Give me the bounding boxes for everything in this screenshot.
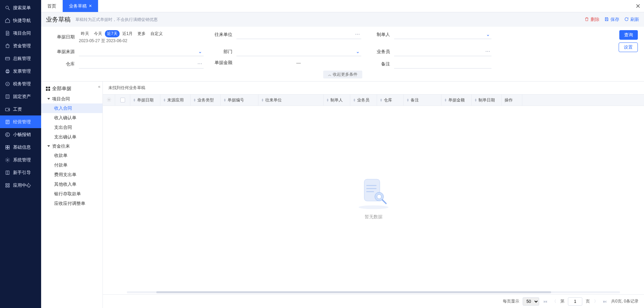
- table-area: 未找到任何业务草稿 ▲▼单据日期▲▼来源应用▲▼业务类型▲▼单据编号▲▼往来单位…: [103, 82, 644, 308]
- sidebar-item-sys-mgmt[interactable]: 系统管理: [0, 153, 41, 166]
- tree-group-1[interactable]: 资金往来: [41, 142, 102, 151]
- source-input[interactable]: [79, 47, 204, 56]
- filter-dept: 部门 ⌄: [204, 47, 361, 56]
- sidebar-item-gl-mgmt[interactable]: 总账管理: [0, 52, 41, 65]
- sidebar-item-label: 发票管理: [13, 68, 31, 74]
- refresh-button[interactable]: 刷新: [624, 16, 639, 23]
- chevron-down-icon[interactable]: ⌄: [356, 49, 360, 54]
- tree-leaf[interactable]: 银行存取款单: [41, 189, 102, 199]
- header-gear[interactable]: [103, 95, 115, 106]
- column-header[interactable]: ▲▼业务类型: [191, 95, 221, 106]
- query-button[interactable]: 查询: [619, 30, 638, 40]
- first-page-icon[interactable]: ⏮: [543, 299, 548, 304]
- column-header[interactable]: ▲▼往来单位: [258, 95, 324, 106]
- tree-leaf[interactable]: 付款单: [41, 160, 102, 170]
- sidebar-item-invoice-mgmt[interactable]: 发票管理: [0, 65, 41, 77]
- column-header[interactable]: ▲▼制单日期: [472, 95, 502, 106]
- svg-line-1: [8, 9, 10, 10]
- tree-group-0[interactable]: 项目合同: [41, 95, 102, 103]
- column-header[interactable]: ▲▼单据金额: [441, 95, 472, 106]
- prev-page-icon[interactable]: 〈: [551, 298, 557, 304]
- delete-button[interactable]: 删除: [584, 16, 599, 23]
- horizontal-scrollbar[interactable]: [103, 290, 644, 294]
- sidebar-item-guide[interactable]: 新手引导: [0, 166, 41, 179]
- last-page-icon[interactable]: ⏭: [602, 299, 608, 304]
- maker-input[interactable]: [394, 30, 491, 39]
- chevron-down-icon[interactable]: ⌄: [198, 49, 202, 54]
- quick-date-0[interactable]: 昨天: [79, 30, 91, 37]
- tree-leaf[interactable]: 收入合同: [41, 103, 102, 113]
- more-icon[interactable]: ⋯: [485, 49, 490, 54]
- column-header[interactable]: ▲▼业务员: [350, 95, 377, 106]
- filter-amount: 单据金额 —: [204, 60, 361, 66]
- refresh-label: 刷新: [630, 16, 639, 23]
- sidebar-item-basic-info[interactable]: 基础信息: [0, 141, 41, 153]
- filter-party: 往来单位 ⋯: [204, 30, 361, 39]
- refresh-icon: [624, 17, 629, 23]
- quick-date-4[interactable]: 更多: [135, 30, 148, 37]
- page-suffix: 页: [586, 298, 590, 304]
- quick-date-3[interactable]: 近1月: [120, 30, 135, 37]
- sheet-icon: [5, 119, 10, 125]
- column-header[interactable]: ▲▼制单人: [324, 95, 350, 106]
- quick-date-5[interactable]: 自定义: [148, 30, 165, 37]
- dept-input[interactable]: [236, 47, 361, 56]
- quick-date-2[interactable]: 近7天: [105, 30, 120, 37]
- save-button[interactable]: 保存: [604, 16, 619, 23]
- doc-icon: [5, 30, 10, 36]
- collapse-panel-icon[interactable]: «: [98, 84, 100, 89]
- remark-input[interactable]: [394, 60, 491, 69]
- tab-draft[interactable]: 业务草稿✕: [63, 0, 98, 12]
- sidebar-item-label: 资金管理: [13, 43, 31, 49]
- tree-group-label: 项目合同: [52, 96, 70, 102]
- sidebar-item-salary[interactable]: 工资: [0, 103, 41, 115]
- tree-leaf[interactable]: 收入确认单: [41, 113, 102, 123]
- tree-leaf[interactable]: 其他收入单: [41, 180, 102, 189]
- empty-state: 暂无数据: [103, 106, 644, 290]
- tree-leaf[interactable]: 费用支出单: [41, 170, 102, 180]
- page-input[interactable]: [568, 297, 582, 306]
- column-header[interactable]: ▲▼备注: [404, 95, 441, 106]
- tab-home[interactable]: 首页: [41, 0, 63, 12]
- sidebar-item-quick-nav[interactable]: 快捷导航: [0, 14, 41, 27]
- per-page-select[interactable]: 50: [523, 297, 539, 306]
- chevron-down-icon[interactable]: ⌄: [486, 32, 490, 37]
- column-label: 单据日期: [137, 97, 154, 103]
- column-header[interactable]: 操作: [502, 95, 522, 106]
- setting-button[interactable]: 设置: [619, 42, 638, 52]
- sidebar-item-project-contract[interactable]: 项目合同: [0, 27, 41, 39]
- warehouse-input[interactable]: [79, 60, 204, 69]
- sidebar-item-fixed-asset[interactable]: 固定资产: [0, 90, 41, 103]
- close-all-icon[interactable]: ✕: [632, 0, 644, 12]
- quick-date-1[interactable]: 今天: [92, 30, 104, 37]
- column-header[interactable]: ▲▼单据编号: [221, 95, 258, 106]
- tree-leaf[interactable]: 收款单: [41, 151, 102, 160]
- party-input[interactable]: [236, 30, 361, 39]
- filter-maker: 制单人 ⌄: [361, 30, 491, 39]
- close-icon[interactable]: ✕: [89, 4, 92, 8]
- sidebar-item-tax-mgmt[interactable]: 税务管理: [0, 77, 41, 90]
- more-icon[interactable]: ⋯: [355, 32, 360, 37]
- sidebar-item-search-menu[interactable]: 搜索菜单: [0, 1, 41, 14]
- column-header[interactable]: ▲▼单据日期: [130, 95, 160, 106]
- column-header[interactable]: ▲▼仓库: [377, 95, 404, 106]
- tree-leaf[interactable]: 支出合同: [41, 123, 102, 132]
- column-label: 制单日期: [478, 97, 495, 103]
- sales-input[interactable]: [394, 47, 491, 56]
- tree-leaf[interactable]: 应收应付调整单: [41, 199, 102, 208]
- collapse-filters-button[interactable]: ︽ 收起更多条件: [323, 71, 362, 78]
- tree-leaf[interactable]: 支出确认单: [41, 132, 102, 142]
- checkbox-icon: [120, 98, 125, 102]
- sidebar-item-app-center[interactable]: 应用中心: [0, 179, 41, 192]
- svg-point-22: [108, 99, 110, 100]
- sidebar-item-operation-mgmt[interactable]: 经营管理: [0, 115, 41, 128]
- sidebar-item-label: 小畅报销: [13, 132, 31, 138]
- sidebar-item-label: 应用中心: [13, 182, 31, 188]
- column-header[interactable]: ▲▼来源应用: [160, 95, 191, 106]
- more-icon[interactable]: ⋯: [197, 61, 202, 66]
- sidebar-item-fund-mgmt[interactable]: 资金管理: [0, 39, 41, 52]
- tree-header[interactable]: 全部单据: [41, 85, 102, 95]
- next-page-icon[interactable]: 〉: [593, 298, 599, 304]
- header-checkbox[interactable]: [115, 95, 130, 106]
- sidebar-item-xiaochang[interactable]: 小畅报销: [0, 128, 41, 141]
